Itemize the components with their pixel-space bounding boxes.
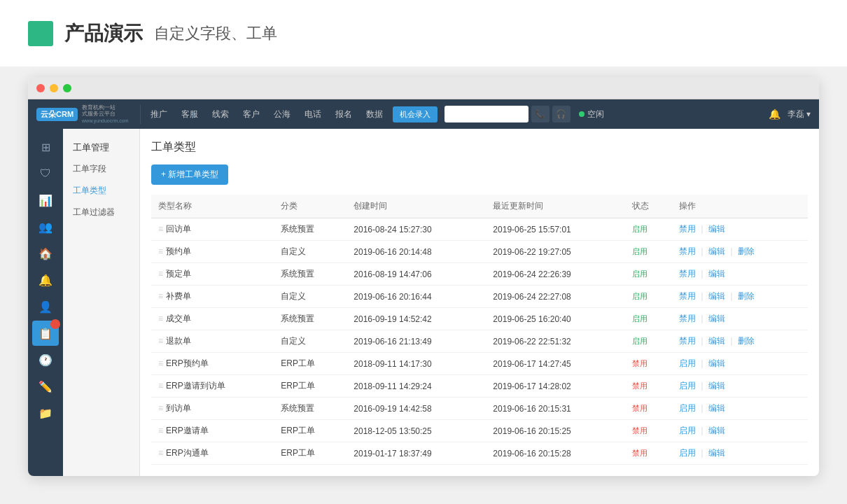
action-separator: ｜ <box>698 358 706 368</box>
action-禁用[interactable]: 禁用 <box>679 336 696 346</box>
cell-updated: 2019-06-25 15:57:01 <box>486 218 625 241</box>
action-禁用[interactable]: 禁用 <box>679 246 696 256</box>
action-启用[interactable]: 启用 <box>679 381 696 391</box>
cell-actions: 启用｜编辑 <box>672 375 808 398</box>
status-badge: 禁用 <box>632 426 648 435</box>
action-编辑[interactable]: 编辑 <box>708 291 725 301</box>
drag-handle-icon: ≡ <box>158 358 163 368</box>
nav-item-gonghai[interactable]: 公海 <box>267 99 298 129</box>
action-编辑[interactable]: 编辑 <box>708 224 725 234</box>
cell-actions: 启用｜编辑 <box>672 398 808 420</box>
nav-item-baoming[interactable]: 报名 <box>328 99 359 129</box>
status-badge: 禁用 <box>632 449 648 457</box>
sidebar-icon-shield[interactable]: 🛡 <box>32 161 59 186</box>
action-编辑[interactable]: 编辑 <box>708 246 725 256</box>
action-编辑[interactable]: 编辑 <box>708 314 725 323</box>
traffic-light-green[interactable] <box>63 84 71 92</box>
action-删除[interactable]: 删除 <box>738 246 755 256</box>
action-禁用[interactable]: 禁用 <box>679 269 696 279</box>
table-row: ≡到访单系统预置2016-09-19 14:42:582019-06-16 20… <box>151 398 808 420</box>
action-编辑[interactable]: 编辑 <box>708 269 725 279</box>
cell-category: ERP工单 <box>274 353 346 375</box>
nav-item-dianhua[interactable]: 电话 <box>298 99 328 129</box>
nav-item-kefu[interactable]: 客服 <box>174 99 205 129</box>
action-separator: ｜ <box>698 291 706 301</box>
action-separator: ｜ <box>698 381 706 391</box>
sidebar-icon-chart[interactable]: 📊 <box>32 188 59 213</box>
phone-icon-btn[interactable]: 📞 <box>531 106 550 122</box>
traffic-light-red[interactable] <box>36 84 45 92</box>
table-row: ≡预约单自定义2019-06-16 20:14:482019-06-22 19:… <box>151 241 808 263</box>
top-search-input[interactable] <box>444 106 528 122</box>
add-workorder-type-btn[interactable]: + 新增工单类型 <box>151 164 228 185</box>
nav-item-kehu[interactable]: 客户 <box>236 99 267 129</box>
sub-sidebar-item-workorder-fields[interactable]: 工单字段 <box>63 158 139 180</box>
browser-titlebar <box>28 77 819 99</box>
cell-actions: 启用｜编辑 <box>672 353 808 375</box>
action-启用[interactable]: 启用 <box>679 448 696 458</box>
banner-title: 产品演示 <box>64 20 143 47</box>
sidebar-icon-person[interactable]: 👤 <box>32 294 59 319</box>
action-separator: ｜ <box>698 448 706 458</box>
sub-sidebar-item-workorder-types[interactable]: 工单类型 <box>63 180 139 202</box>
sidebar-icon-home[interactable]: 🏠 <box>32 241 59 266</box>
cell-updated: 2019-06-25 16:20:40 <box>486 308 625 330</box>
action-separator: ｜ <box>698 246 706 256</box>
status-badge: 启用 <box>632 292 648 300</box>
action-禁用[interactable]: 禁用 <box>679 314 696 323</box>
action-编辑[interactable]: 编辑 <box>708 336 725 346</box>
sidebar-icon-ticket[interactable]: 📋 <box>32 321 59 346</box>
cell-status: 禁用 <box>625 420 672 442</box>
action-separator: ｜ <box>698 426 706 435</box>
opportunity-entry-btn[interactable]: 机会录入 <box>393 106 438 122</box>
drag-handle-icon: ≡ <box>158 426 163 435</box>
top-nav: 云朵CRM 教育机构一站式服务云平台www.yunduocrm.com 推广 客… <box>28 99 819 129</box>
ticket-badge <box>50 319 60 329</box>
sidebar-icon-grid[interactable]: ⊞ <box>32 134 59 160</box>
action-启用[interactable]: 启用 <box>679 358 696 368</box>
status-badge: 禁用 <box>632 404 648 412</box>
action-编辑[interactable]: 编辑 <box>708 358 725 368</box>
banner-icon <box>28 21 53 46</box>
sidebar-icon-file[interactable]: 📁 <box>32 400 59 426</box>
logo-url: www.yunduocrm.com <box>82 118 129 123</box>
action-禁用[interactable]: 禁用 <box>679 224 696 234</box>
nav-item-shuju[interactable]: 数据 <box>359 99 390 129</box>
status-badge: 启用 <box>632 337 648 345</box>
logo-text: 云朵CRM <box>41 109 74 120</box>
cell-category: ERP工单 <box>274 442 346 465</box>
sub-sidebar: 工单管理 工单字段 工单类型 工单过滤器 <box>63 129 140 476</box>
drag-handle-icon: ≡ <box>158 314 163 323</box>
cell-status: 启用 <box>625 330 672 353</box>
cell-created: 2016-09-19 14:52:42 <box>346 308 486 330</box>
action-编辑[interactable]: 编辑 <box>708 448 725 458</box>
headset-icon-btn[interactable]: 🎧 <box>552 106 570 122</box>
action-删除[interactable]: 删除 <box>738 291 755 301</box>
action-启用[interactable]: 启用 <box>679 403 696 413</box>
action-禁用[interactable]: 禁用 <box>679 291 696 301</box>
action-编辑[interactable]: 编辑 <box>708 426 725 435</box>
sidebar-icon-users[interactable]: 👥 <box>32 214 59 239</box>
action-删除[interactable]: 删除 <box>738 336 755 346</box>
sub-sidebar-item-workorder-filters[interactable]: 工单过滤器 <box>63 202 139 223</box>
notification-bell-icon[interactable]: 🔔 <box>769 108 780 120</box>
sidebar-icon-bell[interactable]: 🔔 <box>32 267 59 293</box>
nav-item-xiansuо[interactable]: 线索 <box>205 99 236 129</box>
cell-name: ≡预约单 <box>151 241 274 263</box>
row-name: 回访单 <box>166 224 191 234</box>
cell-created: 2016-08-24 15:27:30 <box>346 218 486 241</box>
banner-subtitle: 自定义字段、工单 <box>154 23 277 44</box>
browser-window: 云朵CRM 教育机构一站式服务云平台www.yunduocrm.com 推广 客… <box>28 77 819 476</box>
row-name: 预定单 <box>166 269 191 279</box>
action-编辑[interactable]: 编辑 <box>708 403 725 413</box>
sidebar-icon-pen[interactable]: ✏️ <box>32 374 59 399</box>
user-menu[interactable]: 李磊 ▾ <box>788 108 811 120</box>
cell-actions: 禁用｜编辑｜删除 <box>672 330 808 353</box>
cell-actions: 启用｜编辑 <box>672 442 808 465</box>
nav-item-tuiguang[interactable]: 推广 <box>144 99 174 129</box>
sidebar-icon-clock[interactable]: 🕐 <box>32 347 59 372</box>
table-header-row: 类型名称 分类 创建时间 最近更新时间 状态 操作 <box>151 195 808 218</box>
action-编辑[interactable]: 编辑 <box>708 381 725 391</box>
action-启用[interactable]: 启用 <box>679 426 696 435</box>
traffic-light-yellow[interactable] <box>50 84 58 92</box>
